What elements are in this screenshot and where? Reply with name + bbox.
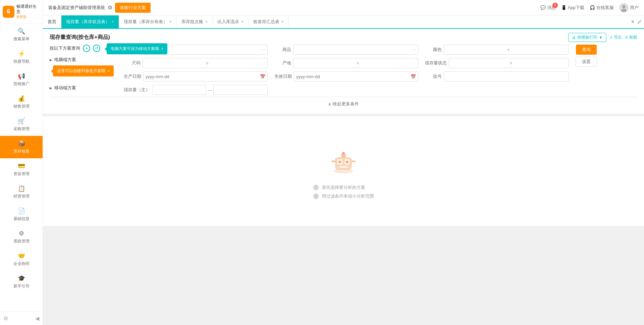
sidebar: 6 畅通通好生意 标签版 🔍 搜索菜单 ⚡ 快捷导航 📢 营销推广 💰 <box>0 0 43 325</box>
sidebar-item-inventory[interactable]: 📦 库存核算 <box>0 136 43 158</box>
message-icon: 💬 <box>540 5 546 10</box>
collapse-sidebar-icon[interactable]: ◀ <box>35 315 39 322</box>
service-icon: 🎧 <box>590 5 595 10</box>
sidebar-item-collab[interactable]: 🤝 企业协同 <box>0 248 43 271</box>
svg-point-7 <box>338 161 341 163</box>
goods-dots[interactable]: ··· <box>412 47 416 53</box>
expire-date-input-field[interactable] <box>296 74 411 79</box>
stock-qty-min-input[interactable] <box>152 85 206 95</box>
add-scheme-button[interactable]: + <box>83 45 90 52</box>
tab-inventory-dist-label: 现存量（库存分布表） <box>124 19 167 25</box>
pc-scheme-item[interactable]: ▶ 电脑端方案 <box>50 55 117 64</box>
tab-inventory-dist[interactable]: 现存量（库存分布表） × <box>119 15 177 29</box>
empty-step-2: 2 用过滤条件来缩小分析范围 <box>313 193 374 199</box>
expire-date-input[interactable]: 📅 <box>294 71 418 82</box>
tab-close-icon[interactable]: × <box>205 19 208 24</box>
logo-icon: 6 <box>3 6 14 18</box>
sidebar-item-guide[interactable]: 🎓 新手引导 <box>0 271 43 293</box>
prod-date-input[interactable]: 📅 <box>143 71 268 82</box>
search-reset-btns: 查询 设置 <box>576 45 597 67</box>
topbar-gear-icon[interactable]: ⚙ <box>108 4 112 11</box>
reset-button[interactable]: 设置 <box>576 57 597 67</box>
size-field: 尺码 ▼ <box>124 58 268 68</box>
tab-close-icon[interactable]: × <box>169 19 172 24</box>
close-all-tabs-icon[interactable]: × <box>631 19 634 25</box>
tab-inventory-status[interactable]: 现存量（库存状况表） × <box>61 15 119 29</box>
size-select[interactable]: ▼ <box>143 58 268 68</box>
calendar-icon[interactable]: 📅 <box>260 74 265 79</box>
tab-close-icon[interactable]: × <box>241 19 244 24</box>
online-service-item[interactable]: 🎧 在线客服 <box>590 5 614 11</box>
scheme-tree: ▶ 电脑端方案 这里可以创建和修改方案哦 × <box>50 55 117 92</box>
mobile-scheme-item[interactable]: ▶ 移动端方案 <box>50 84 117 92</box>
calendar-icon[interactable]: 📅 <box>411 74 416 79</box>
batch-input[interactable] <box>444 71 569 82</box>
tab-batch-account[interactable]: 库存批次账 × <box>177 15 213 29</box>
sidebar-item-quicknav[interactable]: ⚡ 快捷导航 <box>0 46 43 68</box>
tab-collect-summary[interactable]: 收发存汇总表 × <box>249 15 289 29</box>
industry-plan-button[interactable]: 体验行业方案 <box>115 3 151 13</box>
sidebar-item-sales[interactable]: 💰 销售管理 <box>0 91 43 113</box>
empty-step-1: 1 请先选择要分析的方案 <box>313 184 374 191</box>
stock-status-select[interactable]: ▼ <box>449 58 569 68</box>
sidebar-item-finance[interactable]: 💳 资金管理 <box>0 158 43 181</box>
goods-input[interactable]: ··· <box>293 45 418 55</box>
sidebar-item-purchase[interactable]: 🛒 采购管理 <box>0 113 43 136</box>
tooltip-create-close[interactable]: × <box>107 69 110 73</box>
sidebar-item-label: 快捷导航 <box>13 59 30 64</box>
tabs-bar: 首页 现存量（库存状况表） × 现存量（库存分布表） × 库存批次账 × 出入库… <box>43 15 644 29</box>
step-2-num: 2 <box>313 193 319 199</box>
tab-inout-flow[interactable]: 出入库流水 × <box>213 15 249 29</box>
warehouse-dots[interactable]: ··· <box>261 47 265 53</box>
tooltip-scheme-close[interactable]: × <box>161 47 163 51</box>
mobile-scheme-label: 移动端方案 <box>54 85 76 91</box>
system-icon: ⚙ <box>19 230 24 237</box>
tabs-end: × ⤢ <box>631 19 644 25</box>
collapse-more-button[interactable]: ∧ 收起更多条件 <box>50 98 637 110</box>
prod-date-input-field[interactable] <box>146 74 260 79</box>
search-button[interactable]: 查询 <box>576 45 597 55</box>
filter-row-4: 现存量（主） — <box>124 85 569 95</box>
stock-qty-max-input[interactable] <box>213 85 268 95</box>
tab-batch-account-label: 库存批次账 <box>181 19 203 25</box>
sidebar-item-label: 搜索菜单 <box>13 36 30 42</box>
refresh-scheme-button[interactable]: ↺ <box>93 45 100 52</box>
sidebar-item-label: 资金管理 <box>13 171 30 177</box>
empty-steps: 1 请先选择要分析的方案 2 用过滤条件来缩小分析范围 <box>313 184 374 199</box>
app-download-item[interactable]: 📱 App下载 <box>561 5 584 11</box>
refresh-button[interactable]: ↺ 刷新 <box>625 35 637 40</box>
search-icon: 🔍 <box>18 28 25 35</box>
settings-icon[interactable]: ⚙ <box>3 315 8 322</box>
prod-date-label: 生产日期 <box>124 73 141 79</box>
sidebar-item-operations[interactable]: 📋 经营管理 <box>0 181 43 203</box>
empty-area: 1 请先选择要分析的方案 2 用过滤条件来缩小分析范围 <box>43 116 644 226</box>
tab-collect-summary-label: 收发存汇总表 <box>253 19 279 25</box>
user-item[interactable]: 用户 <box>619 3 639 12</box>
template-print-button[interactable]: 🖨 按模板打印 ▼ <box>568 33 606 42</box>
origin-select[interactable]: ▼ <box>293 58 418 68</box>
phone-icon: 📱 <box>561 5 567 10</box>
online-service-label: 在线客服 <box>596 5 614 11</box>
sidebar-item-basic[interactable]: 📄 基础信息 <box>0 203 43 226</box>
export-button[interactable]: ↗ 导出 <box>609 35 622 40</box>
chevron-down-icon: ▼ <box>509 61 567 66</box>
sidebar-item-marketing[interactable]: 📢 营销推广 <box>0 68 43 91</box>
notification-item[interactable]: 💬 消息 6 <box>540 5 556 11</box>
tooltip-scheme-text: 电脑方案可设为移动方案哦 <box>111 46 159 52</box>
goods-input-field[interactable] <box>296 47 412 52</box>
chevron-down-icon: ▼ <box>205 61 266 66</box>
color-select[interactable]: ▼ <box>444 45 569 55</box>
expire-date-label: 失效日期 <box>274 73 292 79</box>
chevron-down-icon: ▼ <box>506 47 567 52</box>
tab-close-icon[interactable]: × <box>112 19 114 24</box>
guide-icon: 🎓 <box>18 275 25 282</box>
tab-close-icon[interactable]: × <box>281 19 284 24</box>
svg-point-1 <box>622 5 626 8</box>
sidebar-item-search[interactable]: 🔍 搜索菜单 <box>0 23 43 46</box>
expand-icon[interactable]: ⤢ <box>637 19 641 25</box>
tab-home[interactable]: 首页 <box>43 15 61 29</box>
page-title: 现存量查询(按仓库+商品) <box>50 34 110 41</box>
tooltip-create-text: 这里可以创建和修改方案哦 <box>57 68 105 74</box>
sidebar-item-system[interactable]: ⚙ 系统管理 <box>0 226 43 248</box>
batch-input-field[interactable] <box>446 74 567 79</box>
